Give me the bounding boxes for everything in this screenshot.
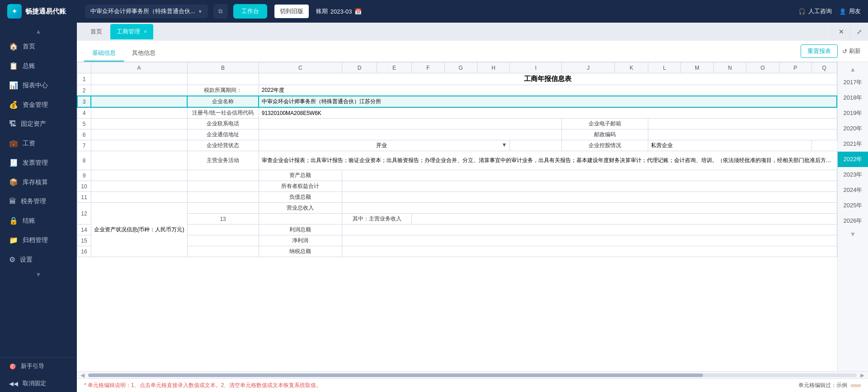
h-scroll-right-btn[interactable]: ▶	[859, 372, 866, 378]
cell-11b	[187, 192, 259, 203]
year-item-2026[interactable]: 2026年	[838, 213, 868, 229]
home-icon: 🏠	[9, 42, 18, 51]
close-window-button[interactable]: ✕	[832, 23, 850, 41]
cell-3b: 企业名称	[187, 96, 259, 107]
period-label: 账期	[316, 7, 328, 15]
cell-10d[interactable]	[342, 181, 837, 192]
sidebar-item-payroll[interactable]: 💼 工资	[0, 134, 77, 153]
sidebar-item-home[interactable]: 🏠 首页	[0, 37, 77, 56]
cell-16d[interactable]	[342, 246, 837, 257]
h-scroll-left-btn[interactable]: ◀	[79, 372, 86, 378]
user-button[interactable]: 👤 用友	[839, 7, 861, 15]
row-num-14: 14	[77, 225, 91, 235]
sidebar-item-archive[interactable]: 📁 归档管理	[0, 230, 77, 250]
cell-2c[interactable]: 2022年度	[259, 85, 837, 96]
year-item-2021[interactable]: 2021年	[838, 136, 868, 152]
h-scroll-track[interactable]	[88, 373, 857, 377]
year-item-2023[interactable]: 2023年	[838, 167, 868, 182]
cell-11d[interactable]	[342, 192, 837, 203]
cell-7k[interactable]: 私营企业	[648, 140, 812, 151]
cell-title[interactable]: 工商年报信息表	[259, 73, 837, 85]
sub-tab-basic[interactable]: 基础信息	[84, 45, 124, 62]
year-item-2017[interactable]: 2017年	[838, 75, 868, 90]
sidebar-item-label: 固定资产	[21, 120, 46, 128]
sidebar-item-tax[interactable]: 🏛 税务管理	[0, 192, 77, 211]
cell-4a	[91, 107, 187, 119]
calendar-icon[interactable]: 📅	[354, 8, 362, 15]
cell-15d[interactable]	[342, 235, 837, 246]
cell-1a	[91, 73, 187, 85]
table-row: 14 利润总额	[77, 225, 837, 235]
sidebar-item-unpin[interactable]: ◀◀ 取消固定	[0, 375, 77, 392]
sidebar-item-invoice[interactable]: 🧾 发票管理	[0, 153, 77, 172]
year-item-2019[interactable]: 2019年	[838, 105, 868, 121]
year-item-2025[interactable]: 2025年	[838, 198, 868, 213]
copy-button[interactable]: ⧉	[213, 4, 228, 19]
consult-icon: 🎧	[798, 8, 806, 15]
refresh-button[interactable]: ↺ 刷新	[842, 47, 861, 55]
year-item-2024[interactable]: 2024年	[838, 182, 868, 198]
sidebar-item-inventory[interactable]: 📦 库存核算	[0, 172, 77, 192]
sidebar-item-guide[interactable]: 🎯 新手引导	[0, 358, 77, 375]
cell-12d[interactable]	[342, 203, 837, 214]
cell-13d[interactable]	[412, 214, 837, 225]
col-header-a: A	[91, 62, 187, 73]
cell-6c[interactable]	[259, 129, 561, 140]
h-scroll-thumb[interactable]	[88, 373, 703, 377]
sidebar-scroll-up[interactable]: ▲	[0, 26, 77, 37]
sidebar-bottom: 🎯 新手引导 ◀◀ 取消固定	[0, 357, 77, 392]
switch-version-button[interactable]: 切到旧版	[274, 5, 309, 18]
workbench-button[interactable]: 工作台	[233, 4, 267, 19]
row-num-16: 16	[77, 246, 91, 257]
cell-8c[interactable]: 审查企业会计报表；出具审计报告；验证企业资本；出具验资报告；办理企业合并、分立、…	[259, 151, 837, 170]
cell-7c[interactable]: 开业 ▼	[259, 140, 510, 151]
row-num-15: 15	[77, 235, 91, 246]
sidebar-item-report[interactable]: 📊 报表中心	[0, 76, 77, 95]
sub-tab-other-label: 其他信息	[132, 49, 156, 56]
cell-14d[interactable]	[342, 225, 837, 235]
sidebar-scroll-down[interactable]: ▼	[0, 269, 77, 280]
sheet-inner[interactable]: A B C D E F G H I J K L	[77, 62, 837, 371]
expand-window-button[interactable]: ⤢	[850, 23, 868, 41]
sub-tab-other[interactable]: 其他信息	[124, 45, 164, 62]
cell-6k[interactable]	[648, 129, 837, 140]
cell-8b: 主营业务活动	[187, 151, 259, 170]
consult-button[interactable]: 🎧 人工咨询	[798, 7, 832, 15]
cell-16b	[187, 246, 259, 257]
sidebar-item-close-accounts[interactable]: 🔒 结账	[0, 211, 77, 230]
year-item-2018[interactable]: 2018年	[838, 90, 868, 105]
cell-4c[interactable]: 91320100MA208E5W6K	[259, 107, 837, 119]
cell-9d[interactable]	[342, 170, 837, 181]
horizontal-scrollbar[interactable]: ◀ ▶	[77, 371, 868, 378]
tab-close-icon[interactable]: ×	[144, 29, 147, 35]
table-row: 3 企业名称 中审众环会计师事务所（特殊普通合伙）江苏分所	[77, 96, 837, 107]
payroll-icon: 💼	[9, 139, 18, 148]
cell-5a	[91, 119, 187, 129]
unpin-label: 取消固定	[23, 379, 46, 387]
company-selector[interactable]: 中审众环会计师事务所（特殊普通合伙... ▼	[85, 5, 208, 18]
cell-9b	[187, 170, 259, 181]
cell-1b	[187, 73, 259, 85]
cell-9a	[91, 170, 187, 181]
logo-area: ✦ 畅捷通易代账	[7, 4, 80, 19]
cell-15b	[187, 235, 259, 246]
year-panel: ▲ 2017年 2018年 2019年 2020年 2021年 2022年 20…	[837, 62, 868, 371]
sidebar-item-settings[interactable]: ⚙ 设置	[0, 250, 77, 269]
table-row: 9 资产总额	[77, 170, 837, 181]
row-num-12: 12	[77, 203, 91, 225]
col-header-b: B	[187, 62, 259, 73]
year-panel-up[interactable]: ▲	[838, 64, 868, 75]
cell-12a-merged: 企业资产状况信息(币种：人民币万元)	[91, 203, 187, 257]
cell-5k[interactable]	[648, 119, 837, 129]
sidebar-item-assets[interactable]: 🏗 固定资产	[0, 115, 77, 134]
year-panel-down[interactable]: ▼	[838, 229, 868, 239]
year-item-2020[interactable]: 2020年	[838, 121, 868, 136]
year-item-2022[interactable]: 2022年	[838, 152, 868, 167]
tab-home[interactable]: 首页	[84, 24, 108, 39]
sidebar-item-finance[interactable]: 💰 资金管理	[0, 95, 77, 115]
cell-5c[interactable]	[259, 119, 561, 129]
tab-industrial[interactable]: 工商管理 ×	[110, 24, 153, 39]
sidebar-item-ledger[interactable]: 📋 总账	[0, 56, 77, 76]
reset-button[interactable]: 重置报表	[801, 44, 838, 58]
cell-3c[interactable]: 中审众环会计师事务所（特殊普通合伙）江苏分所	[259, 96, 837, 107]
